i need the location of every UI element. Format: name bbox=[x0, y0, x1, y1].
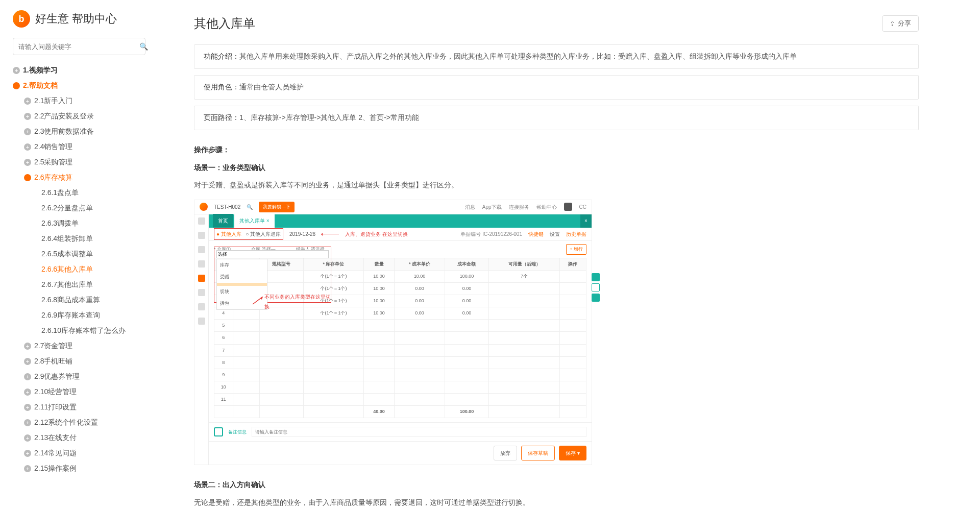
dd-opt: 受赠 bbox=[217, 271, 267, 283]
annotation1: 入库、退货业务 在这里切换 bbox=[345, 229, 408, 239]
nav-2-1[interactable]: 2.1新手入门 bbox=[13, 93, 153, 109]
embedded-tabs: 首页 其他入库单 × × bbox=[209, 214, 592, 228]
nav-2-13[interactable]: 2.13在线支付 bbox=[13, 430, 153, 446]
nav-2-8[interactable]: 2.8手机旺铺 bbox=[13, 354, 153, 369]
nav-2-6-1[interactable]: 2.6.1盘点单 bbox=[13, 185, 153, 201]
save-button: 保存 ▾ bbox=[559, 446, 586, 460]
path-label: 页面路径： bbox=[204, 113, 239, 122]
plus-icon bbox=[24, 450, 31, 457]
plus-icon bbox=[24, 159, 31, 166]
nav-2-4[interactable]: 2.4销售管理 bbox=[13, 139, 153, 155]
nav-2-10[interactable]: 2.10经营管理 bbox=[13, 384, 153, 400]
plus-icon bbox=[24, 98, 31, 105]
nav-2-6-10[interactable]: 2.6.10库存账本错了怎么办 bbox=[13, 323, 153, 338]
savedraft-button: 保存草稿 bbox=[521, 446, 555, 460]
side-icon bbox=[198, 318, 205, 325]
side-icon bbox=[198, 260, 205, 268]
tb-settings: 设置 bbox=[550, 229, 560, 239]
nav-2-7[interactable]: 2.7资金管理 bbox=[13, 338, 153, 354]
side-icon bbox=[198, 289, 205, 296]
nav-2-3[interactable]: 2.3使用前数据准备 bbox=[13, 124, 153, 139]
embedded-upgrade-pill: 我要解锁—下 bbox=[259, 202, 295, 212]
side-icon bbox=[198, 217, 205, 225]
title-row: 其他入库单 ⇪ 分享 bbox=[194, 15, 919, 32]
nav-2-6-9[interactable]: 2.6.9库存账本查询 bbox=[13, 308, 153, 323]
addrow-btn: + 增行 bbox=[566, 244, 586, 255]
nav-2-6-4[interactable]: 2.6.4组装拆卸单 bbox=[13, 231, 153, 247]
side-icon bbox=[198, 232, 205, 239]
floating-tools bbox=[592, 273, 600, 302]
nav-2-5[interactable]: 2.5采购管理 bbox=[13, 155, 153, 170]
billcode-label: 单据编号 bbox=[460, 231, 481, 237]
nav-2-6[interactable]: 2.6库存核算 bbox=[13, 170, 153, 185]
plus-icon bbox=[24, 419, 31, 426]
scene2-title: 场景二：出入方向确认 bbox=[194, 478, 919, 492]
tb-shortcut: 快捷键 bbox=[528, 229, 544, 239]
topbar-help: 帮助中心 bbox=[536, 202, 557, 212]
topbar-user: CC bbox=[579, 202, 586, 212]
embedded-mode-row: ● 其他入库 ○ 其他入库退库 2019-12-26 入库、退货业务 在这里切换… bbox=[209, 228, 592, 241]
search-box: 🔍 bbox=[13, 38, 153, 55]
annotation2: 不同业务的入库类型在这里切换 bbox=[264, 292, 331, 311]
arrow-icon bbox=[322, 234, 339, 234]
nav-2-6-5[interactable]: 2.6.5成本调整单 bbox=[13, 247, 153, 262]
svg-marker-1 bbox=[260, 297, 263, 300]
scene1-text: 对于受赠、盘盈或是拆装入库等不同的业务，是通过单据头【业务类型】进行区分。 bbox=[194, 178, 919, 192]
nav-2-12[interactable]: 2.12系统个性化设置 bbox=[13, 415, 153, 430]
scene2-line1: 无论是受赠，还是其他类型的业务，由于入库商品质量等原因，需要退回，这时可通过单据… bbox=[194, 496, 919, 509]
nav-2-11[interactable]: 2.11打印设置 bbox=[13, 400, 153, 415]
nav-2-6-7[interactable]: 2.6.7其他出库单 bbox=[13, 277, 153, 293]
biztype-dropdown-box: 库存 受赠 切块 拆包 不同业务的入库类型在这里 bbox=[214, 247, 331, 303]
nav-tree: 1.视频学习 2.帮助文档 2.1新手入门 2.2产品安装及登录 2.3使用前数… bbox=[13, 63, 153, 476]
share-button[interactable]: ⇪ 分享 bbox=[882, 15, 919, 32]
nav-2-14[interactable]: 2.14常见问题 bbox=[13, 446, 153, 461]
float-icon bbox=[592, 273, 600, 281]
biztype-input bbox=[216, 250, 329, 258]
memo-icon bbox=[214, 427, 223, 436]
embedded-memo-row: 备注信息 bbox=[209, 422, 592, 441]
brand-text: 好生意 帮助中心 bbox=[35, 11, 117, 27]
memo-label: 备注信息 bbox=[228, 428, 247, 436]
memo-input bbox=[252, 427, 586, 437]
plus-icon bbox=[24, 434, 31, 442]
mode-in: ● 其他入库 bbox=[216, 231, 241, 237]
nav-2-9[interactable]: 2.9优惠券管理 bbox=[13, 369, 153, 384]
nav-video-learning[interactable]: 1.视频学习 bbox=[13, 63, 153, 78]
logo-icon: b bbox=[13, 10, 30, 28]
search-input[interactable] bbox=[13, 38, 145, 55]
nav-2-6-3[interactable]: 2.6.3调拨单 bbox=[13, 216, 153, 231]
nav-help-docs[interactable]: 2.帮助文档 bbox=[13, 78, 153, 93]
sidebar: b 好生意 帮助中心 🔍 1.视频学习 2.帮助文档 2.1新手入门 2.2产品… bbox=[0, 0, 163, 510]
nav-2-15[interactable]: 2.15操作案例 bbox=[13, 461, 153, 476]
nav-2-6-8[interactable]: 2.6.8商品成本重算 bbox=[13, 293, 153, 308]
main-content: 其他入库单 ⇪ 分享 功能介绍：其他入库单用来处理除采购入库、产成品入库之外的其… bbox=[163, 0, 980, 510]
role-text: 通常由仓管人员维护 bbox=[239, 83, 304, 91]
avatar-icon bbox=[564, 203, 572, 211]
plus-icon bbox=[13, 67, 20, 74]
float-icon bbox=[592, 294, 600, 302]
tab-close-icon: × bbox=[580, 214, 592, 228]
plus-icon bbox=[24, 388, 31, 396]
embedded-app: TEST-H002 🔍 我要解锁—下 消息 App下载 连接服务 帮助中心 CC bbox=[194, 200, 592, 465]
topbar-conn: 连接服务 bbox=[509, 202, 529, 212]
nav-2-6-2[interactable]: 2.6.2分量盘点单 bbox=[13, 201, 153, 216]
plus-icon bbox=[24, 404, 31, 411]
side-icon bbox=[198, 303, 205, 310]
nav-2-6-6[interactable]: 2.6.6其他入库单 bbox=[13, 262, 153, 277]
date-value: 2019-12-26 bbox=[289, 229, 315, 239]
plus-icon bbox=[24, 358, 31, 365]
intro-label: 功能介绍： bbox=[204, 52, 239, 60]
page-title: 其他入库单 bbox=[194, 15, 255, 32]
plus-icon bbox=[24, 128, 31, 135]
scene1-title: 场景一：业务类型确认 bbox=[194, 161, 919, 175]
side-icon-active bbox=[198, 275, 205, 282]
topbar-msg: 消息 bbox=[465, 202, 475, 212]
float-icon bbox=[592, 283, 600, 292]
nav-2-2[interactable]: 2.2产品安装及登录 bbox=[13, 109, 153, 124]
search-icon[interactable]: 🔍 bbox=[139, 42, 148, 51]
share-label: 分享 bbox=[898, 19, 911, 28]
plus-icon bbox=[24, 373, 31, 380]
plus-icon bbox=[24, 113, 31, 120]
embedded-logo-icon bbox=[200, 203, 208, 211]
embedded-sidebar bbox=[194, 214, 209, 465]
